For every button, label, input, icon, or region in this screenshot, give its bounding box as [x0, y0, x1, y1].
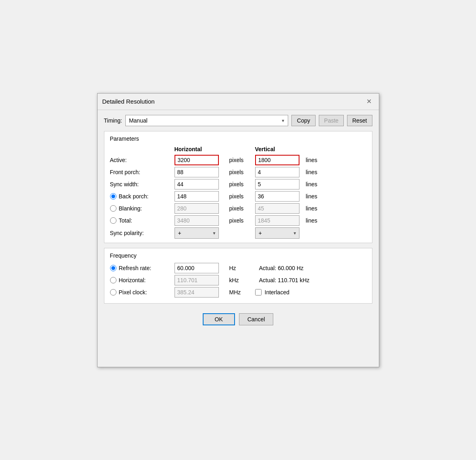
title-bar: Detailed Resolution ✕ [98, 94, 379, 110]
front-porch-label: Front porch: [110, 169, 175, 175]
freq-horizontal-input[interactable] [175, 275, 219, 285]
blanking-v-unit: lines [303, 205, 332, 212]
dialog-content: Timing: Manual Auto ▼ Copy Paste Reset P… [98, 110, 379, 335]
front-porch-v-input[interactable] [255, 167, 299, 177]
back-porch-radio[interactable] [110, 193, 116, 200]
timing-row: Timing: Manual Auto ▼ Copy Paste Reset [104, 115, 372, 126]
refresh-rate-unit: Hz [227, 265, 255, 271]
front-porch-h-unit: pixels [227, 169, 255, 175]
pixel-clock-unit: MHz [227, 289, 255, 296]
interlaced-row: Interlaced [255, 289, 366, 296]
refresh-rate-radio[interactable] [110, 265, 116, 271]
active-label: Active: [110, 157, 175, 163]
active-h-input[interactable] [175, 155, 219, 165]
paste-button[interactable]: Paste [319, 115, 344, 126]
freq-horizontal-actual: Actual: 110.701 kHz [255, 277, 366, 283]
copy-button[interactable]: Copy [291, 115, 316, 126]
param-row-front-porch: Front porch: pixels lines [110, 167, 366, 177]
timing-select-wrapper[interactable]: Manual Auto ▼ [125, 115, 288, 126]
timing-select[interactable]: Manual Auto [125, 115, 288, 126]
total-v-unit: lines [303, 217, 332, 224]
dialog-title: Detailed Resolution [102, 98, 155, 105]
h-polarity-select[interactable]: + - [175, 227, 219, 239]
sync-width-h-input[interactable] [175, 179, 219, 189]
sync-width-v-input[interactable] [255, 179, 299, 189]
sync-polarity-label: Sync polarity: [110, 230, 175, 236]
back-porch-h-input[interactable] [175, 191, 219, 202]
pixel-clock-input[interactable] [175, 287, 219, 298]
freq-row-refresh: Refresh rate: Hz Actual: 60.000 Hz [110, 263, 366, 273]
blanking-label: Blanking: [110, 205, 175, 212]
active-v-input[interactable] [255, 155, 299, 165]
total-radio[interactable] [110, 217, 116, 224]
param-row-active: Active: pixels lines [110, 155, 366, 165]
sync-width-h-unit: pixels [227, 181, 255, 187]
interlaced-label: Interlaced [265, 289, 289, 296]
ok-button[interactable]: OK [203, 313, 235, 325]
parameters-section: Parameters Horizontal Vertical Active: p… [104, 131, 372, 243]
v-polarity-select[interactable]: + - [255, 227, 299, 239]
reset-button[interactable]: Reset [347, 115, 372, 126]
vertical-header: Vertical [255, 146, 303, 152]
back-porch-label: Back porch: [110, 193, 175, 200]
sync-width-v-unit: lines [303, 181, 332, 187]
blanking-radio[interactable] [110, 205, 116, 212]
param-row-back-porch: Back porch: pixels lines [110, 191, 366, 202]
back-porch-v-input[interactable] [255, 191, 299, 202]
total-h-unit: pixels [227, 217, 255, 224]
back-porch-v-unit: lines [303, 193, 332, 200]
blanking-v-input[interactable] [255, 203, 299, 214]
timing-label: Timing: [104, 117, 122, 124]
horizontal-header: Horizontal [175, 146, 227, 152]
blanking-h-input[interactable] [175, 203, 219, 214]
freq-row-pixel-clock: Pixel clock: MHz Interlaced [110, 287, 366, 298]
param-row-blanking: Blanking: pixels lines [110, 203, 366, 214]
freq-horizontal-radio[interactable] [110, 277, 116, 283]
cancel-button[interactable]: Cancel [239, 313, 274, 325]
total-v-input[interactable] [255, 215, 299, 226]
frequency-section: Frequency Refresh rate: Hz Actual: 60.00… [104, 248, 372, 304]
front-porch-h-input[interactable] [175, 167, 219, 177]
active-v-unit: lines [303, 157, 332, 163]
param-row-total: Total: pixels lines [110, 215, 366, 226]
sync-width-label: Sync width: [110, 181, 175, 187]
front-porch-v-unit: lines [303, 169, 332, 175]
column-headers: Horizontal Vertical [110, 146, 366, 152]
total-h-input[interactable] [175, 215, 219, 226]
dialog-window: Detailed Resolution ✕ Timing: Manual Aut… [97, 93, 379, 367]
frequency-title: Frequency [110, 252, 366, 259]
interlaced-checkbox[interactable] [255, 289, 262, 296]
active-h-unit: pixels [227, 157, 255, 163]
refresh-rate-label: Refresh rate: [110, 265, 175, 271]
pixel-clock-radio[interactable] [110, 289, 116, 296]
freq-horizontal-label: Horizontal: [110, 277, 175, 283]
parameters-title: Parameters [110, 135, 366, 142]
blanking-h-unit: pixels [227, 205, 255, 212]
freq-row-horizontal: Horizontal: kHz Actual: 110.701 kHz [110, 275, 366, 285]
sync-polarity-row: Sync polarity: + - ▼ + - ▼ [110, 227, 366, 239]
h-polarity-wrapper[interactable]: + - ▼ [175, 227, 219, 239]
back-porch-h-unit: pixels [227, 193, 255, 200]
total-label: Total: [110, 217, 175, 224]
refresh-rate-actual: Actual: 60.000 Hz [255, 265, 366, 271]
dialog-footer: OK Cancel [104, 308, 372, 330]
refresh-rate-input[interactable] [175, 263, 219, 273]
v-polarity-wrapper[interactable]: + - ▼ [255, 227, 299, 239]
param-row-sync-width: Sync width: pixels lines [110, 179, 366, 189]
close-button[interactable]: ✕ [364, 97, 374, 106]
freq-horizontal-unit: kHz [227, 277, 255, 283]
pixel-clock-label: Pixel clock: [110, 289, 175, 296]
